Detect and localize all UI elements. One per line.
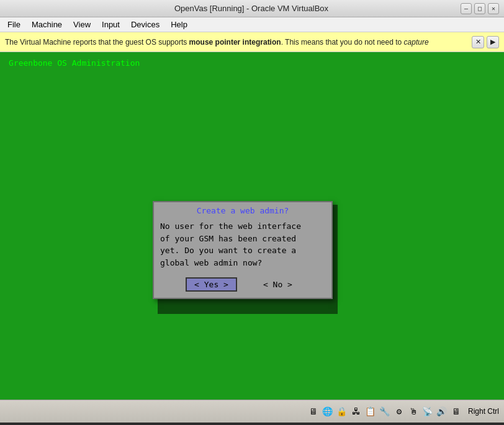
restore-button[interactable]: □ (474, 3, 485, 14)
yes-button[interactable]: < Yes > (186, 277, 237, 292)
taskbar: 🖥 🌐 🔒 🖧 📋 🔧 ⚙ 🖱 📡 🔊 🖥 Right Ctrl (0, 400, 504, 423)
taskbar-icon-3[interactable]: 🔒 (336, 405, 348, 418)
vm-screen: Greenbone OS Administration Create a web… (0, 52, 504, 400)
window-title: OpenVas [Running] - Oracle VM VirtualBox (42, 4, 461, 13)
taskbar-icon-9[interactable]: 📡 (421, 405, 434, 418)
dialog-buttons: < Yes > < No > (154, 274, 331, 298)
dialog-body-text: No user for the web interfaceof your GSM… (160, 221, 301, 267)
taskbar-icon-11[interactable]: 🖥 (450, 405, 462, 418)
taskbar-icon-5[interactable]: 📋 (364, 405, 377, 418)
menu-machine[interactable]: Machine (27, 19, 67, 30)
no-button[interactable]: < No > (256, 277, 300, 292)
taskbar-icon-2[interactable]: 🌐 (322, 405, 334, 418)
taskbar-icon-1[interactable]: 🖥 (307, 405, 320, 418)
taskbar-icon-4[interactable]: 🖧 (350, 405, 362, 418)
taskbar-icon-10[interactable]: 🔊 (436, 405, 448, 418)
taskbar-icon-6[interactable]: 🔧 (379, 405, 391, 418)
menu-devices[interactable]: Devices (126, 19, 164, 30)
title-bar-controls: – □ ✕ (461, 3, 499, 14)
menu-view[interactable]: View (68, 19, 96, 30)
notification-actions: ✕ ▶ (472, 36, 499, 48)
notification-close-button[interactable]: ▶ (487, 36, 499, 48)
dialog-body: No user for the web interfaceof your GSM… (154, 218, 331, 274)
notification-text: The Virtual Machine reports that the gue… (5, 38, 429, 47)
greenbone-header: Greenbone OS Administration (9, 58, 140, 68)
create-web-admin-dialog: Create a web admin? No user for the web … (153, 201, 333, 299)
menu-file[interactable]: File (2, 19, 25, 30)
menu-bar: File Machine View Input Devices Help (0, 17, 504, 32)
title-bar: OpenVas [Running] - Oracle VM VirtualBox… (0, 0, 504, 17)
notification-bar: The Virtual Machine reports that the gue… (0, 32, 504, 52)
menu-input[interactable]: Input (97, 19, 125, 30)
notification-info-button[interactable]: ✕ (472, 36, 484, 48)
dialog-title: Create a web admin? (154, 202, 331, 218)
right-ctrl-label: Right Ctrl (468, 407, 499, 416)
menu-help[interactable]: Help (166, 19, 192, 30)
taskbar-icon-7[interactable]: ⚙ (393, 405, 405, 418)
close-button[interactable]: ✕ (488, 3, 499, 14)
taskbar-icon-8[interactable]: 🖱 (407, 405, 420, 418)
minimize-button[interactable]: – (461, 3, 472, 14)
